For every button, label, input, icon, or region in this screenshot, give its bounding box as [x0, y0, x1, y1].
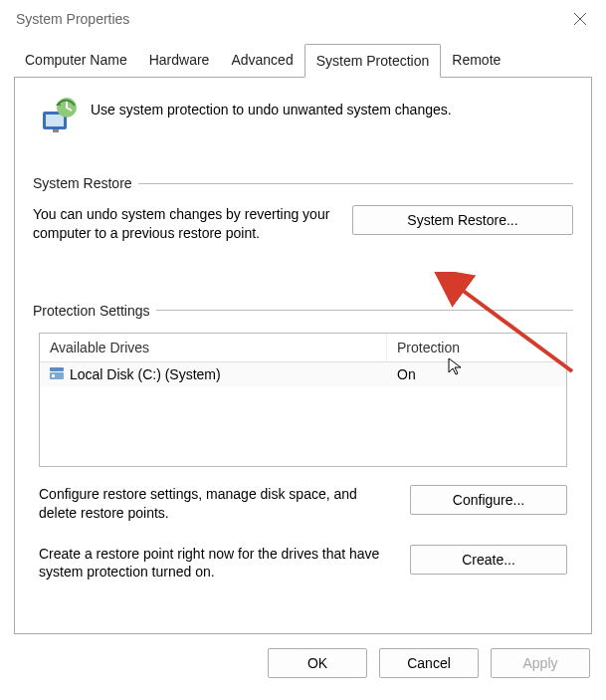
section-system-restore-title: System Restore: [33, 175, 132, 191]
create-description: Create a restore point right now for the…: [39, 545, 390, 583]
divider: [138, 183, 573, 184]
tab-computer-name[interactable]: Computer Name: [14, 44, 138, 78]
tab-system-protection[interactable]: System Protection: [304, 44, 442, 78]
svg-rect-3: [46, 115, 64, 126]
protection-column-header: Protection: [387, 334, 566, 361]
tab-strip: Computer Name Hardware Advanced System P…: [0, 44, 606, 78]
system-protection-icon: [39, 96, 79, 135]
drive-protection-status: On: [387, 364, 566, 384]
apply-button[interactable]: Apply: [491, 648, 590, 678]
intro-text: Use system protection to undo unwanted s…: [91, 96, 452, 117]
close-button[interactable]: [558, 4, 602, 34]
tab-panel-system-protection: Use system protection to undo unwanted s…: [14, 77, 592, 634]
svg-rect-9: [50, 367, 64, 371]
system-restore-button[interactable]: System Restore...: [352, 205, 573, 235]
tab-remote[interactable]: Remote: [441, 44, 511, 78]
ok-button[interactable]: OK: [268, 648, 367, 678]
close-icon: [574, 13, 586, 25]
drive-row[interactable]: Local Disk (C:) (System) On: [40, 362, 566, 386]
svg-rect-8: [52, 374, 55, 377]
svg-rect-4: [53, 129, 59, 132]
drive-name: Local Disk (C:) (System): [70, 366, 221, 382]
configure-description: Configure restore settings, manage disk …: [39, 485, 390, 523]
configure-button[interactable]: Configure...: [410, 485, 567, 515]
create-button[interactable]: Create...: [410, 545, 567, 575]
section-protection-settings-title: Protection Settings: [33, 303, 150, 319]
drives-column-header: Available Drives: [40, 334, 387, 361]
drive-icon: [50, 367, 66, 381]
system-restore-description: You can undo system changes by reverting…: [33, 205, 334, 243]
tab-advanced[interactable]: Advanced: [220, 44, 303, 78]
cancel-button[interactable]: Cancel: [379, 648, 479, 678]
drives-table: Available Drives Protection Local Disk (…: [39, 333, 567, 467]
divider: [156, 310, 573, 311]
tab-hardware[interactable]: Hardware: [138, 44, 221, 78]
window-title: System Properties: [16, 11, 129, 27]
